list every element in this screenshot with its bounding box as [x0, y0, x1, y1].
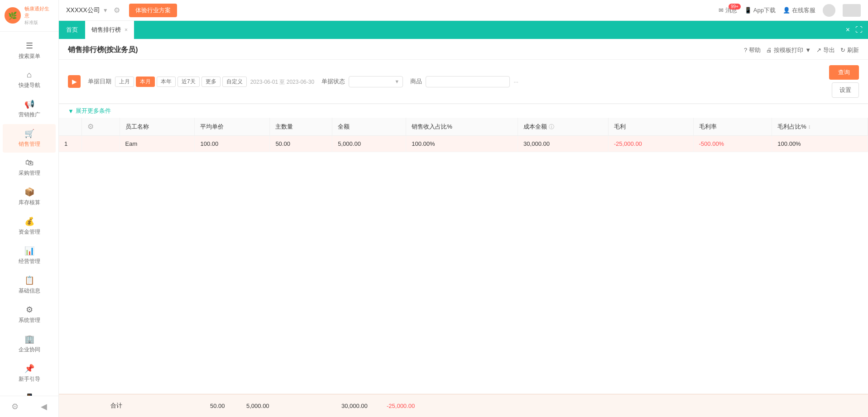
date-filter-label: 单据日期 — [88, 77, 111, 86]
company-name: XXXXX公司 — [66, 6, 100, 14]
cell-rank-0: 1 — [59, 136, 82, 152]
tab-home[interactable]: 首页 — [59, 21, 85, 39]
brand-name: 畅康通好生意 — [24, 5, 54, 19]
app-download-button[interactable]: 📱 App下载 — [744, 6, 776, 14]
goods-more-icon[interactable]: ··· — [513, 78, 518, 85]
sidebar-item-appstore[interactable]: 📱应用中心 — [3, 388, 56, 396]
app-label: App下载 — [753, 6, 776, 14]
sidebar-item-inventory[interactable]: 📦库存核算 — [3, 182, 56, 211]
tab-close-icon[interactable]: × — [125, 27, 128, 33]
sidebar-bottom: ⚙ ◀ — [0, 396, 58, 417]
footer-amount: 5,000.00 — [241, 400, 286, 412]
sidebar-label-finance: 资金管理 — [19, 228, 40, 236]
date-btn-3[interactable]: 近7天 — [177, 77, 200, 87]
print-button[interactable]: 🖨 按模板打印 ▼ — [766, 46, 811, 54]
settings-bottom-icon[interactable]: ⚙ — [11, 402, 19, 412]
user-avatar[interactable] — [823, 4, 835, 17]
sidebar-item-marketing[interactable]: 📢营销推广 — [3, 95, 56, 123]
profit-pct-info-icon[interactable]: ↕ — [808, 124, 811, 130]
filter-toggle-button[interactable]: ▶ — [68, 75, 81, 88]
sidebar-icon-basics: 📋 — [24, 275, 34, 285]
cell-mainqty-0: 50.00 — [270, 136, 332, 152]
sidebar-nav: ☰搜索菜单⌂快捷导航📢营销推广🛒销售管理🛍采购管理📦库存核算💰资金管理📊经营管理… — [0, 32, 58, 396]
cell-profitrate-0: -500.00% — [693, 136, 772, 152]
date-btn-4[interactable]: 更多 — [201, 77, 221, 87]
date-quick-buttons: 上月本月本年近7天更多自定义 — [115, 77, 247, 87]
topbar-right: ✉ 消息 99+ 📱 App下载 👤 在线客服 — [719, 4, 861, 17]
online-service-button[interactable]: 👤 在线客服 — [783, 6, 815, 14]
sidebar-icon-guide: 📌 — [24, 364, 34, 374]
content-inner: 销售排行榜(按业务员) ? 帮助 🖨 按模板打印 ▼ ↗ 导出 — [59, 39, 868, 417]
filter-toggle-icon: ▶ — [72, 78, 77, 85]
sidebar-label-search-orders: 搜索菜单 — [19, 53, 40, 60]
sidebar-item-basics[interactable]: 📋基础信息 — [3, 271, 56, 299]
help-button[interactable]: ? 帮助 — [744, 46, 761, 54]
message-badge: 99+ — [729, 4, 741, 10]
company-selector[interactable]: XXXXX公司 ▼ — [66, 6, 108, 14]
message-button[interactable]: ✉ 消息 99+ — [719, 6, 737, 14]
table-container: ⚙ 员工名称 平均单价 主数量 全额 销售收入占比% 成本全额 ⓘ 毛利 毛利率… — [59, 118, 868, 394]
sidebar-icon-sales: 🛒 — [24, 129, 34, 139]
sidebar-label-operations: 经营管理 — [19, 258, 40, 265]
col-avg-price: 平均单价 — [195, 118, 270, 136]
settings-button[interactable]: 设置 — [832, 82, 859, 98]
sidebar-icon-system: ⚙ — [26, 305, 33, 315]
date-range-display: 2023-06-01 至 2023-06-30 — [250, 78, 314, 86]
col-settings[interactable]: ⚙ — [82, 118, 120, 136]
window-expand-icon[interactable]: ⛶ — [855, 26, 863, 34]
cell-empty-0 — [82, 136, 120, 152]
sidebar-item-operations[interactable]: 📊经营管理 — [3, 241, 56, 270]
sidebar-item-quick-nav[interactable]: ⌂快捷导航 — [3, 66, 56, 94]
filter-right-actions: 查询 设置 — [829, 65, 859, 98]
sidebar-icon-marketing: 📢 — [24, 99, 34, 109]
sidebar-item-search-orders[interactable]: ☰搜索菜单 — [3, 36, 56, 65]
collapse-icon[interactable]: ◀ — [41, 402, 47, 412]
window-close-icon[interactable]: × — [846, 26, 850, 34]
topbar-gear-icon[interactable]: ⚙ — [114, 6, 120, 14]
export-icon: ↗ — [816, 47, 821, 53]
expand-more-conditions[interactable]: ▼ 展开更多条件 — [59, 104, 868, 118]
expand-label: 展开更多条件 — [76, 107, 111, 115]
date-btn-0[interactable]: 上月 — [115, 77, 134, 87]
cost-info-icon[interactable]: ⓘ — [549, 124, 554, 130]
sidebar-label-quick-nav: 快捷导航 — [19, 81, 40, 89]
date-filter-group: 单据日期 上月本月本年近7天更多自定义 2023-06-01 至 2023-06… — [88, 77, 314, 87]
col-cost: 成本全额 ⓘ — [518, 118, 609, 136]
cell-avgprice-0: 100.00 — [195, 136, 270, 152]
export-button[interactable]: ↗ 导出 — [816, 46, 835, 54]
sidebar-item-enterprise[interactable]: 🏢企业协同 — [3, 330, 56, 358]
query-button[interactable]: 查询 — [829, 65, 859, 80]
cell-profit-0: -25,000.00 — [608, 136, 693, 152]
sidebar-item-sales[interactable]: 🛒销售管理 — [3, 124, 56, 153]
filter-bar: ▶ 单据日期 上月本月本年近7天更多自定义 2023-06-01 至 2023-… — [59, 60, 868, 104]
sidebar-item-finance[interactable]: 💰资金管理 — [3, 212, 56, 240]
date-btn-2[interactable]: 本年 — [157, 77, 176, 87]
sales-ranking-table: ⚙ 员工名称 平均单价 主数量 全额 销售收入占比% 成本全额 ⓘ 毛利 毛利率… — [59, 118, 868, 152]
footer-empty-avgprice — [159, 403, 205, 408]
col-rank — [59, 118, 82, 136]
column-settings-icon[interactable]: ⚙ — [87, 123, 94, 130]
sidebar-icon-finance: 💰 — [24, 216, 34, 226]
refresh-button[interactable]: ↻ 刷新 — [840, 46, 859, 54]
trial-button[interactable]: 体验行业方案 — [129, 4, 177, 17]
sidebar-label-system: 系统管理 — [19, 316, 40, 324]
sidebar-label-purchase: 采购管理 — [19, 169, 40, 177]
cell-employee-0: Eam — [120, 136, 195, 152]
col-profit-rate: 毛利率 — [693, 118, 772, 136]
sidebar-item-guide[interactable]: 📌新手引导 — [3, 359, 56, 388]
sidebar-item-purchase[interactable]: 🛍采购管理 — [3, 153, 56, 182]
table-header-row: ⚙ 员工名称 平均单价 主数量 全额 销售收入占比% 成本全额 ⓘ 毛利 毛利率… — [59, 118, 868, 136]
tab-sales-ranking[interactable]: 销售排行榜 × — [85, 21, 134, 39]
date-btn-5[interactable]: 自定义 — [222, 77, 247, 87]
sidebar-icon-operations: 📊 — [24, 246, 34, 256]
page-actions: ? 帮助 🖨 按模板打印 ▼ ↗ 导出 ↻ 刷新 — [744, 46, 859, 54]
date-btn-1[interactable]: 本月 — [136, 77, 155, 87]
sidebar: 🌿 畅康通好生意 标准版 ☰搜索菜单⌂快捷导航📢营销推广🛒销售管理🛍采购管理📦库… — [0, 0, 59, 417]
status-select[interactable] — [349, 76, 403, 87]
col-amount: 全额 — [332, 118, 406, 136]
app-icon: 📱 — [744, 7, 752, 14]
logo-icon: 🌿 — [5, 7, 21, 24]
sidebar-item-system[interactable]: ⚙系统管理 — [3, 300, 56, 329]
goods-search-input[interactable] — [426, 76, 510, 87]
refresh-icon: ↻ — [840, 47, 845, 53]
